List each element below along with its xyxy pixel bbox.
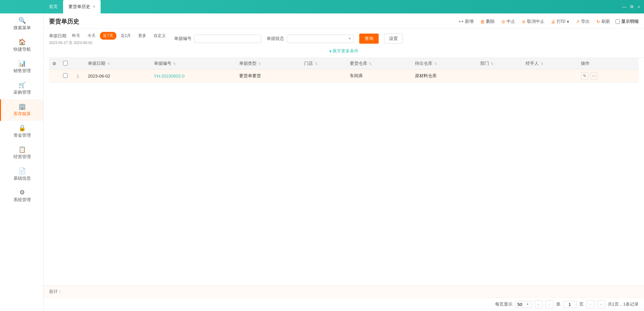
doc-no-filter: 单据编号 bbox=[174, 35, 261, 43]
close-button[interactable]: × bbox=[637, 4, 640, 9]
sidebar-item-system-mgmt[interactable]: ⚙ 系统管理 bbox=[0, 185, 43, 207]
sidebar-item-label: 快捷导航 bbox=[13, 46, 31, 52]
next-page-btn[interactable]: › bbox=[586, 300, 594, 308]
sidebar-item-basic-info[interactable]: 📄 基础信息 bbox=[0, 164, 43, 185]
sidebar-item-label: 资金管理 bbox=[13, 132, 31, 138]
date-btn-yesterday[interactable]: 昨天 bbox=[69, 32, 83, 40]
cell-settings bbox=[49, 70, 60, 83]
suspend-button[interactable]: ⊘ 中止 bbox=[500, 18, 517, 25]
query-button[interactable]: 查询 bbox=[359, 34, 379, 44]
per-page-select-wrapper: 10 20 50 100 bbox=[515, 301, 532, 308]
date-btn-more[interactable]: 更多 bbox=[135, 32, 149, 40]
date-btn-7days[interactable]: 近7天 bbox=[100, 32, 116, 40]
sidebar-item-label: 销售管理 bbox=[13, 68, 31, 74]
cart-icon: 🛒 bbox=[18, 82, 26, 88]
page-label-prefix: 第 bbox=[556, 301, 560, 307]
show-detail-checkbox[interactable] bbox=[615, 19, 620, 24]
col-department[interactable]: 部门 ⇅ bbox=[477, 58, 522, 70]
cancel-suspend-button[interactable]: ⊘ 取消中止 bbox=[521, 18, 546, 25]
select-all-checkbox[interactable] bbox=[63, 61, 68, 65]
print-icon: 🖨 bbox=[551, 19, 555, 24]
table-row: 1 2023-06-02 YH-20230602-0 要货单要货 bbox=[49, 70, 639, 83]
clipboard-icon: 📋 bbox=[18, 146, 26, 152]
settings-button[interactable]: 设置 bbox=[384, 34, 403, 44]
sidebar-item-search-menu[interactable]: 🔍 搜索菜单 bbox=[0, 13, 43, 35]
cell-num: 1 bbox=[71, 70, 85, 83]
delete-button[interactable]: 🗑 删除 bbox=[479, 18, 496, 25]
row-checkbox[interactable] bbox=[63, 73, 68, 78]
home-icon: 🏠 bbox=[18, 39, 26, 45]
col-checkbox bbox=[60, 58, 71, 70]
col-settings[interactable]: ⚙ bbox=[49, 58, 60, 70]
sidebar-item-purchase-mgmt[interactable]: 🛒 采购管理 bbox=[0, 78, 43, 99]
col-operations: 操作 bbox=[578, 58, 639, 70]
cell-doc-no: YH-20230602-0 bbox=[151, 70, 236, 83]
first-page-btn[interactable]: « bbox=[535, 300, 543, 308]
date-range-text: 2023-05-27 至 2023-06-02 bbox=[49, 40, 169, 45]
col-store[interactable]: 门店 ⇅ bbox=[301, 58, 346, 70]
doc-no-link[interactable]: YH-20230602-0 bbox=[154, 74, 185, 79]
sidebar-item-quick-nav[interactable]: 🏠 快捷导航 bbox=[0, 35, 43, 56]
col-doc-no[interactable]: 单据编号 ⇅ bbox=[151, 58, 236, 70]
chart-icon: 📊 bbox=[18, 60, 26, 66]
new-button[interactable]: ＋ + 新增 bbox=[456, 18, 475, 25]
date-btn-custom[interactable]: 自定义 bbox=[151, 32, 169, 40]
table-footer: 合计： bbox=[44, 285, 644, 297]
more-icon[interactable]: ⋯ bbox=[590, 72, 598, 80]
table-container: ⚙ 单据日期 ⇅ 单据编号 ⇅ bbox=[44, 58, 644, 285]
restore-button[interactable]: ⧉ bbox=[630, 4, 633, 9]
sort-docno-icon: ⇅ bbox=[173, 62, 176, 65]
print-dropdown-icon[interactable]: ▾ bbox=[567, 19, 569, 24]
doc-no-input[interactable] bbox=[194, 35, 261, 43]
search-icon: 🔍 bbox=[18, 17, 26, 24]
expand-filter-btn[interactable]: ▾ 展开更多条件 bbox=[329, 48, 359, 54]
sidebar-item-label: 经营管理 bbox=[13, 154, 31, 160]
export-button[interactable]: ↗ 导出 bbox=[575, 18, 591, 25]
sidebar-item-sales-mgmt[interactable]: 📊 销售管理 bbox=[0, 56, 43, 78]
summary-label: 合计： bbox=[49, 288, 62, 295]
minimize-button[interactable]: — bbox=[622, 4, 626, 9]
main-table: ⚙ 单据日期 ⇅ 单据编号 ⇅ bbox=[49, 58, 639, 83]
top-bar: 首页 要货单历史 × — ⧉ × bbox=[0, 0, 644, 13]
status-select[interactable] bbox=[287, 35, 354, 43]
cancel-suspend-icon: ⊘ bbox=[522, 19, 526, 24]
sidebar-item-label: 采购管理 bbox=[13, 89, 31, 95]
tab-home[interactable]: 首页 bbox=[44, 0, 63, 13]
sort-store-icon: ⇅ bbox=[315, 62, 318, 65]
page-title: 要货单历史 bbox=[49, 17, 79, 26]
refresh-button[interactable]: ↻ 刷新 bbox=[595, 18, 611, 25]
col-req-warehouse[interactable]: 要货仓库 ⇅ bbox=[346, 58, 412, 70]
tab-requisition-history[interactable]: 要货单历史 × bbox=[63, 0, 101, 13]
refresh-icon: ↻ bbox=[596, 19, 600, 24]
cell-handler bbox=[522, 70, 578, 83]
col-date[interactable]: 单据日期 ⇅ bbox=[85, 58, 151, 70]
toolbar: ＋ + 新增 🗑 删除 ⊘ 中止 ⊘ 取消中止 🖨 打印 bbox=[456, 18, 639, 25]
main-layout: 🔍 搜索菜单 🏠 快捷导航 📊 销售管理 🛒 采购管理 🏢 库存核算 🔒 资金管… bbox=[0, 13, 644, 311]
sidebar-item-operations[interactable]: 📋 经营管理 bbox=[0, 142, 43, 164]
sidebar-item-inventory[interactable]: 🏢 库存核算 bbox=[0, 99, 43, 121]
col-doc-type[interactable]: 单据类型 ⇅ bbox=[236, 58, 301, 70]
building-icon: 🏢 bbox=[18, 103, 26, 109]
sort-reqwh-icon: ⇅ bbox=[369, 62, 372, 65]
date-filter-group: 单据日期 昨天 今天 近7天 近1月 更多 自定义 2023-05-27 至 2… bbox=[49, 32, 169, 45]
print-button[interactable]: 🖨 打印 ▾ bbox=[550, 18, 571, 25]
cell-pending-warehouse: 原材料仓库 bbox=[412, 70, 477, 83]
tab-close-icon[interactable]: × bbox=[93, 4, 95, 9]
date-btn-today[interactable]: 今天 bbox=[85, 32, 99, 40]
page-input[interactable] bbox=[563, 301, 577, 308]
doc-no-label: 单据编号 bbox=[174, 36, 192, 42]
status-select-wrapper bbox=[287, 35, 354, 43]
pagination-bar: 每页显示 10 20 50 100 « ‹ 第 页 › bbox=[44, 297, 644, 311]
per-page-select[interactable]: 10 20 50 100 bbox=[515, 301, 532, 308]
last-page-btn[interactable]: » bbox=[597, 300, 605, 308]
col-handler[interactable]: 经手人 ⇅ bbox=[522, 58, 578, 70]
col-pending-warehouse[interactable]: 待出仓库 ⇅ bbox=[412, 58, 477, 70]
filter-row: 单据日期 昨天 今天 近7天 近1月 更多 自定义 2023-05-27 至 2… bbox=[49, 32, 639, 45]
sort-handler-icon: ⇅ bbox=[541, 62, 543, 65]
show-detail-toggle[interactable]: 显示明细 bbox=[615, 18, 639, 25]
cell-date: 2023-06-02 bbox=[85, 70, 151, 83]
edit-icon[interactable]: ✎ bbox=[581, 72, 588, 80]
sidebar-item-finance[interactable]: 🔒 资金管理 bbox=[0, 121, 43, 142]
date-btn-1month[interactable]: 近1月 bbox=[118, 32, 134, 40]
prev-page-btn[interactable]: ‹ bbox=[545, 300, 553, 308]
